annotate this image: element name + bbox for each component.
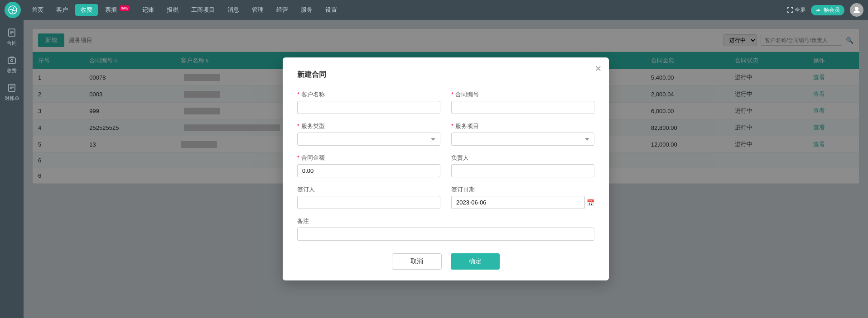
nav-home[interactable]: 首页 bbox=[26, 4, 49, 16]
nav-settings[interactable]: 设置 bbox=[320, 4, 342, 16]
modal-overlay: ✕ 新建合同 客户名称 合同编号 bbox=[24, 20, 868, 318]
field-responsible-person: 负责人 bbox=[451, 154, 594, 177]
field-contract-no: 合同编号 bbox=[451, 90, 594, 114]
nav-tax[interactable]: 报税 bbox=[161, 4, 184, 16]
field-contract-amount: 合同金额 bbox=[297, 154, 440, 177]
svg-rect-8 bbox=[9, 84, 15, 91]
modal-close-button[interactable]: ✕ bbox=[595, 64, 602, 74]
nav-message[interactable]: 消息 bbox=[222, 4, 245, 16]
user-avatar[interactable] bbox=[850, 3, 863, 17]
nav-manage[interactable]: 管理 bbox=[246, 4, 269, 16]
service-type-select[interactable] bbox=[297, 133, 440, 146]
modal-title: 新建合同 bbox=[297, 70, 594, 80]
signer-input[interactable] bbox=[297, 196, 440, 209]
customer-name-input[interactable] bbox=[297, 101, 440, 114]
svg-point-1 bbox=[855, 7, 858, 10]
fullscreen-button[interactable]: 全屏 bbox=[787, 6, 805, 14]
nav-business[interactable]: 工商项目 bbox=[186, 4, 220, 16]
contract-amount-label: 合同金额 bbox=[297, 154, 325, 162]
nav-bookkeeping[interactable]: 记账 bbox=[137, 4, 159, 16]
sidebar-item-statement[interactable]: 对账单 bbox=[1, 80, 23, 105]
responsible-person-input[interactable] bbox=[451, 164, 594, 177]
contract-no-label: 合同编号 bbox=[451, 90, 479, 99]
modal-form: 客户名称 合同编号 服务类型 bbox=[297, 90, 594, 241]
confirm-button[interactable]: 确定 bbox=[451, 253, 500, 270]
contract-amount-input[interactable] bbox=[297, 164, 440, 177]
modal-footer: 取消 确定 bbox=[297, 253, 594, 270]
customer-name-label: 客户名称 bbox=[297, 90, 325, 99]
statement-icon bbox=[7, 83, 16, 94]
contract-no-input[interactable] bbox=[451, 101, 594, 114]
field-signer: 签订人 bbox=[297, 185, 440, 209]
field-service-item: 服务项目 bbox=[451, 122, 594, 146]
service-item-select[interactable] bbox=[451, 133, 594, 146]
main-layout: 合同 收费 对账单 新增 服务项目 进行中 已完成 bbox=[0, 20, 868, 318]
sign-date-input[interactable] bbox=[451, 196, 585, 209]
sidebar-item-statement-label: 对账单 bbox=[5, 95, 19, 102]
field-service-type: 服务类型 bbox=[297, 122, 440, 146]
app-logo bbox=[5, 2, 21, 18]
top-nav: 首页 客户 收费 票据 new 记账 报税 工商项目 消息 管理 经营 服务 设… bbox=[0, 0, 868, 20]
left-sidebar: 合同 收费 对账单 bbox=[0, 20, 24, 318]
nav-operation[interactable]: 经营 bbox=[271, 4, 294, 16]
calendar-icon[interactable]: 📅 bbox=[587, 199, 594, 206]
sign-date-label: 签订日期 bbox=[451, 185, 475, 194]
field-sign-date: 签订日期 📅 bbox=[451, 185, 594, 209]
svg-point-7 bbox=[11, 60, 13, 62]
responsible-person-label: 负责人 bbox=[451, 154, 469, 162]
top-nav-right: 全屏 畅会员 bbox=[787, 3, 863, 17]
cancel-button[interactable]: 取消 bbox=[392, 253, 442, 270]
vip-button[interactable]: 畅会员 bbox=[811, 5, 844, 15]
fee-icon bbox=[7, 56, 16, 66]
nav-customer[interactable]: 客户 bbox=[51, 4, 73, 16]
nav-fee[interactable]: 收费 bbox=[75, 4, 98, 16]
content-area: 新增 服务项目 进行中 已完成 已终止 🔍 序号 合同编 bbox=[24, 20, 868, 318]
nav-bill[interactable]: 票据 new bbox=[100, 4, 135, 16]
service-type-label: 服务类型 bbox=[297, 122, 325, 130]
field-notes: 备注 bbox=[297, 217, 594, 241]
svg-rect-6 bbox=[8, 58, 15, 63]
notes-input[interactable] bbox=[297, 228, 594, 241]
nav-service[interactable]: 服务 bbox=[295, 4, 318, 16]
new-contract-modal: ✕ 新建合同 客户名称 合同编号 bbox=[283, 57, 609, 280]
field-customer-name: 客户名称 bbox=[297, 90, 440, 114]
signer-label: 签订人 bbox=[297, 185, 315, 194]
sidebar-item-fee[interactable]: 收费 bbox=[1, 52, 23, 78]
sidebar-item-contract-label: 合同 bbox=[7, 40, 17, 47]
sidebar-item-fee-label: 收费 bbox=[7, 67, 17, 74]
service-item-label: 服务项目 bbox=[451, 122, 479, 130]
notes-label: 备注 bbox=[297, 217, 309, 225]
contract-icon bbox=[7, 28, 16, 38]
sidebar-item-contract[interactable]: 合同 bbox=[1, 24, 23, 50]
